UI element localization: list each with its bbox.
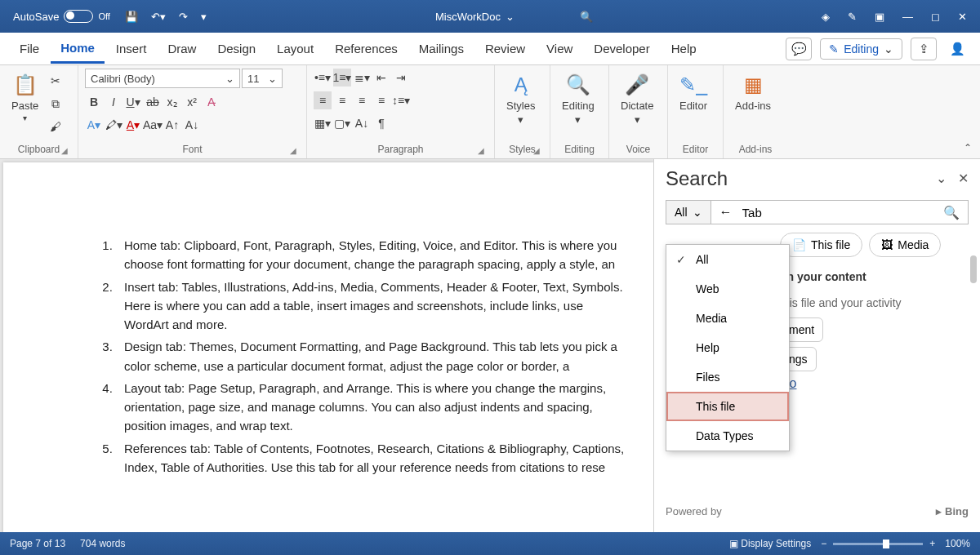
highlight-icon[interactable]: 🖍▾ (105, 116, 122, 134)
superscript-icon[interactable]: x² (183, 93, 201, 111)
borders-icon[interactable]: ▢▾ (333, 114, 351, 132)
tab-file[interactable]: File (10, 35, 49, 62)
zoom-slider[interactable]: −+ (821, 538, 935, 549)
tab-references[interactable]: References (325, 35, 408, 62)
qat-more-icon[interactable]: ▾ (201, 11, 207, 23)
cut-icon[interactable]: ✂ (47, 72, 65, 90)
shading-icon[interactable]: ▦▾ (314, 114, 332, 132)
editor-button[interactable]: ✎⎯Editor (675, 69, 712, 115)
search-icon[interactable]: 🔍 (580, 11, 593, 23)
align-right-icon[interactable]: ≡ (353, 91, 371, 109)
undo-icon[interactable]: ↶▾ (151, 11, 166, 23)
scope-option-media[interactable]: Media (666, 304, 789, 333)
dictate-button[interactable]: 🎤Dictate▾ (616, 69, 658, 129)
bullets-icon[interactable]: •≡▾ (314, 69, 332, 87)
close-icon[interactable]: ✕ (958, 171, 969, 186)
addins-button[interactable]: ▦Add-ins (730, 69, 776, 115)
underline-icon[interactable]: U▾ (124, 93, 142, 111)
grow-font-icon[interactable]: A↑ (163, 116, 181, 134)
tab-developer[interactable]: Developer (584, 35, 659, 62)
dialog-launcher-icon[interactable]: ◢ (478, 146, 484, 155)
collapse-ribbon-icon[interactable]: ⌃ (964, 142, 972, 153)
maximize-icon[interactable]: ◻ (931, 11, 940, 23)
page: Home tab: Clipboard, Font, Paragraph, St… (3, 162, 653, 532)
search-input[interactable] (742, 206, 933, 220)
italic-icon[interactable]: I (105, 93, 122, 111)
dialog-launcher-icon[interactable]: ◢ (290, 146, 296, 155)
share-button[interactable]: ⇪ (911, 38, 937, 60)
shrink-font-icon[interactable]: A↓ (183, 116, 201, 134)
pen-icon[interactable]: ✎ (848, 11, 857, 23)
numbering-icon[interactable]: 1≡▾ (333, 69, 351, 87)
word-count[interactable]: 704 words (80, 538, 125, 549)
scope-option-this-file[interactable]: This file (666, 392, 789, 421)
display-settings[interactable]: ▣ Display Settings (729, 538, 811, 549)
editing-button[interactable]: 🔍Editing▾ (557, 69, 599, 129)
tab-design[interactable]: Design (207, 35, 265, 62)
scrollbar-thumb[interactable] (970, 255, 977, 283)
scope-option-data-types[interactable]: Data Types (666, 421, 789, 451)
multilevel-icon[interactable]: ≣▾ (353, 69, 371, 87)
show-marks-icon[interactable]: ¶ (372, 114, 390, 132)
ribbon: 📋 Paste▾ ✂ ⧉ 🖌 Clipboard◢ Calibri (Body)… (0, 65, 980, 159)
strikethrough-icon[interactable]: ab (144, 93, 162, 111)
chip-this-file[interactable]: 📄 This file (780, 233, 862, 257)
feedback-link[interactable]: No (780, 376, 969, 391)
autosave-toggle[interactable]: AutoSave Off (13, 10, 110, 23)
scope-option-files[interactable]: Files (666, 362, 789, 392)
tab-view[interactable]: View (537, 35, 582, 62)
minimize-icon[interactable]: — (902, 11, 913, 23)
styles-button[interactable]: ĄStyles▾ (501, 69, 540, 129)
text-effects-icon[interactable]: A▾ (85, 116, 103, 134)
pen-icon: ✎ (829, 42, 839, 56)
document-title[interactable]: MiscWorkDoc⌄ (435, 11, 514, 23)
save-icon[interactable]: 💾 (125, 11, 138, 23)
close-icon[interactable]: ✕ (958, 11, 967, 23)
sort-icon[interactable]: A↓ (353, 114, 371, 132)
tab-insert[interactable]: Insert (106, 35, 157, 62)
format-painter-icon[interactable]: 🖌 (47, 118, 65, 135)
justify-icon[interactable]: ≡ (372, 91, 390, 109)
scope-option-all[interactable]: All (666, 245, 789, 274)
clear-format-icon[interactable]: A̶ (203, 93, 220, 111)
dialog-launcher-icon[interactable]: ◢ (533, 146, 540, 155)
tab-review[interactable]: Review (475, 35, 535, 62)
chevron-down-icon[interactable]: ⌄ (936, 171, 947, 186)
increase-indent-icon[interactable]: ⇥ (392, 69, 410, 87)
scope-option-help[interactable]: Help (666, 333, 789, 362)
window-icon[interactable]: ▣ (875, 11, 884, 23)
align-left-icon[interactable]: ≡ (314, 91, 332, 109)
tab-draw[interactable]: Draw (158, 35, 206, 62)
back-icon[interactable]: ← (719, 205, 733, 220)
titlebar: AutoSave Off 💾 ↶▾ ↷ ▾ MiscWorkDoc⌄ 🔍 ◈ ✎… (0, 0, 980, 33)
tab-home[interactable]: Home (51, 34, 105, 64)
tab-layout[interactable]: Layout (267, 35, 323, 62)
search-scope-dropdown[interactable]: All⌄ (666, 200, 711, 224)
align-center-icon[interactable]: ≡ (333, 91, 351, 109)
dialog-launcher-icon[interactable]: ◢ (61, 146, 68, 155)
scope-option-web[interactable]: Web (666, 274, 789, 304)
redo-icon[interactable]: ↷ (179, 11, 188, 23)
font-family-select[interactable]: Calibri (Body)⌄ (85, 69, 240, 88)
account-icon[interactable]: 👤 (950, 42, 965, 56)
diamond-icon[interactable]: ◈ (822, 11, 830, 23)
tab-help[interactable]: Help (662, 35, 706, 62)
document-area[interactable]: Home tab: Clipboard, Font, Paragraph, St… (0, 159, 653, 532)
subscript-icon[interactable]: x₂ (163, 93, 181, 111)
search-panel: Search ⌄ ✕ All⌄ ← 🔍 📄 This file 🖼 Media … (653, 159, 980, 532)
search-icon[interactable]: 🔍 (943, 205, 960, 220)
decrease-indent-icon[interactable]: ⇤ (372, 69, 390, 87)
change-case-icon[interactable]: Aa▾ (144, 116, 162, 134)
chip-media[interactable]: 🖼 Media (869, 233, 941, 257)
editing-mode-button[interactable]: ✎ Editing ⌄ (820, 38, 902, 60)
font-color-icon[interactable]: A▾ (124, 116, 142, 134)
font-size-select[interactable]: 11⌄ (242, 69, 283, 88)
page-indicator[interactable]: Page 7 of 13 (10, 538, 65, 549)
copy-icon[interactable]: ⧉ (47, 95, 65, 113)
zoom-level[interactable]: 100% (945, 538, 970, 549)
comments-button[interactable]: 💬 (786, 38, 812, 60)
tab-mailings[interactable]: Mailings (409, 35, 474, 62)
line-spacing-icon[interactable]: ↕≡▾ (392, 91, 410, 109)
paste-button[interactable]: 📋 Paste▾ (7, 69, 43, 126)
bold-icon[interactable]: B (85, 93, 103, 111)
